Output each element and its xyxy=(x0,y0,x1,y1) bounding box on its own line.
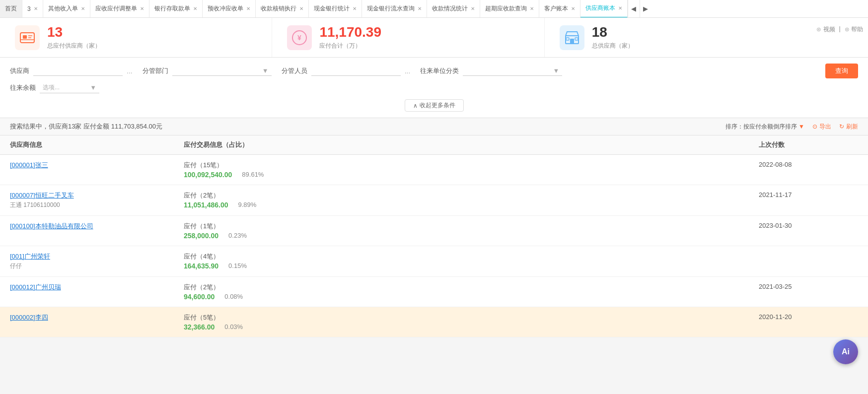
nav-tab-bank-deposit[interactable]: 银行存取款单 ✕ xyxy=(149,0,203,18)
close-icon[interactable]: ✕ xyxy=(618,5,622,11)
transaction-cell-6: 应付（5笔） 32,366.00 0.03% xyxy=(184,313,759,331)
person-label: 分管人员 xyxy=(282,66,307,75)
close-icon[interactable]: ✕ xyxy=(571,6,575,11)
stat-payable-total: ¥ 11,170.39 应付合计（万） xyxy=(272,18,544,57)
trans-amount-row-4: 164,635.90 0.15% xyxy=(184,261,759,270)
supplier-link-5[interactable]: [000012]广州贝瑞 xyxy=(10,283,184,292)
close-icon[interactable]: ✕ xyxy=(193,6,197,11)
sort-text: 排序：按应付余额倒序排序 xyxy=(725,123,797,130)
close-icon[interactable]: ✕ xyxy=(34,6,38,11)
nav-tab-cash-stat-label: 现金银行统计 xyxy=(314,4,350,13)
nav-tab-bank-deposit-label: 银行存取款单 xyxy=(154,4,190,13)
lastpay-cell-3: 2023-01-30 xyxy=(759,222,858,229)
stat2-number: 11,170.39 xyxy=(319,25,381,40)
supplier-link-6[interactable]: [000002]李四 xyxy=(10,313,184,322)
lastpay-cell-5: 2021-03-25 xyxy=(759,283,858,290)
collapse-label: 收起更多条件 xyxy=(420,101,455,110)
table-row: [000100]本特勒油品有限公司 应付（1笔） 258,000.00 0.23… xyxy=(0,216,868,246)
nav-tab-supplier-account[interactable]: 供应商账本 ✕ xyxy=(580,0,628,18)
trans-amount-4: 164,635.90 xyxy=(184,262,218,270)
stat3-label: 总供应商（家） xyxy=(592,42,634,50)
chevron-down-icon: ▼ xyxy=(262,67,269,74)
supplier-link-4[interactable]: [001]广州荣轩 xyxy=(10,252,184,261)
nav-tab-other-income-label: 其他收入单 xyxy=(48,4,78,13)
person-input[interactable] xyxy=(311,66,401,76)
close-icon[interactable]: ✕ xyxy=(471,6,475,11)
table-row: [000007]恒旺二手叉车 王通 17106110000 应付（2笔） 11,… xyxy=(0,185,868,216)
trans-label-3: 应付（1笔） xyxy=(184,222,759,231)
result-summary: 搜索结果中，供应商13家 应付金额 111,703,854.00元 排序：按应付… xyxy=(0,118,868,135)
nav-tab-collection-stat[interactable]: 收款情况统计 ✕ xyxy=(427,0,480,18)
svg-rect-9 xyxy=(566,38,569,40)
balance-select[interactable]: 选项... ▼ xyxy=(40,82,99,93)
trans-amount-row-1: 100,092,540.00 89.61% xyxy=(184,170,759,179)
nav-tab-overdue-label: 超期应收款查询 xyxy=(485,4,527,13)
export-button[interactable]: ⊙ 导出 xyxy=(812,123,831,131)
supplier-cell-5: [000012]广州贝瑞 xyxy=(10,283,184,292)
nav-tab-cash-flow[interactable]: 现金银行流水查询 ✕ xyxy=(362,0,427,18)
supplier-link-3[interactable]: [000100]本特勒油品有限公司 xyxy=(10,222,184,231)
collapse-button[interactable]: ∧ 收起更多条件 xyxy=(405,99,464,112)
nav-tab-overdue[interactable]: 超期应收款查询 ✕ xyxy=(480,0,539,18)
nav-tab-adjustment-label: 应收应付调整单 xyxy=(95,4,137,13)
nav-tab-home[interactable]: 首页 xyxy=(0,0,22,18)
table-row: [000002]李四 应付（5笔） 32,366.00 0.03% 2020-1… xyxy=(0,307,868,337)
nav-tab-3[interactable]: 3 ✕ xyxy=(22,0,43,18)
supplier-cell-4: [001]广州荣轩 仔仔 xyxy=(10,252,184,270)
nav-tab-cash-flow-label: 现金银行流水查询 xyxy=(367,4,415,13)
supplier-dots[interactable]: ... xyxy=(127,67,133,75)
nav-arrow-left[interactable]: ◀ xyxy=(628,0,640,18)
svg-rect-0 xyxy=(20,33,34,43)
help-link[interactable]: ⊙ 帮助 xyxy=(845,25,863,34)
trans-percent-1: 89.61% xyxy=(242,171,264,178)
store-icon xyxy=(560,25,584,50)
nav-tab-collection[interactable]: 收款核销执行 ✕ xyxy=(256,0,309,18)
trans-label-6: 应付（5笔） xyxy=(184,313,759,322)
category-select[interactable]: ▼ xyxy=(463,66,562,76)
supplier-input[interactable] xyxy=(33,66,123,76)
lastpay-cell-6: 2020-11-20 xyxy=(759,313,858,321)
sort-icon[interactable]: ▼ xyxy=(798,123,804,130)
transaction-cell-2: 应付（2笔） 11,051,486.00 9.89% xyxy=(184,191,759,209)
close-icon[interactable]: ✕ xyxy=(246,6,250,11)
supplier-link-2[interactable]: [000007]恒旺二手叉车 xyxy=(10,191,184,200)
close-icon[interactable]: ✕ xyxy=(418,6,422,11)
trans-percent-2: 9.89% xyxy=(238,201,257,208)
table-header: 供应商信息 应付交易信息（占比） 上次付数 xyxy=(0,135,868,155)
close-icon[interactable]: ✕ xyxy=(299,6,303,11)
supplier-cell-6: [000002]李四 xyxy=(10,313,184,322)
trans-amount-row-6: 32,366.00 0.03% xyxy=(184,322,759,331)
supplier-cell-2: [000007]恒旺二手叉车 王通 17106110000 xyxy=(10,191,184,209)
video-link[interactable]: ⊙ 视频 xyxy=(816,25,835,34)
supplier-link-1[interactable]: [000001]张三 xyxy=(10,161,184,170)
nav-tab-other-income[interactable]: 其他收入单 ✕ xyxy=(43,0,90,18)
help-area: ⊙ 视频 | ⊙ 帮助 xyxy=(816,18,868,34)
nav-tab-customer-account[interactable]: 客户账本 ✕ xyxy=(539,0,580,18)
close-icon[interactable]: ✕ xyxy=(140,6,144,11)
nav-arrow-right[interactable]: ▶ xyxy=(640,0,651,18)
transaction-cell-4: 应付（4笔） 164,635.90 0.15% xyxy=(184,252,759,270)
filter-area: 供应商 ... 分管部门 ▼ 分管人员 ... 往来单位分类 ▼ 查询 往来 xyxy=(0,58,868,118)
close-icon[interactable]: ✕ xyxy=(530,6,534,11)
stat2-label: 应付合计（万） xyxy=(319,42,381,50)
trans-amount-6: 32,366.00 xyxy=(184,323,215,331)
close-icon[interactable]: ✕ xyxy=(81,6,85,11)
query-button[interactable]: 查询 xyxy=(825,64,858,78)
nav-tab-advance-label: 预收冲应收单 xyxy=(208,4,243,13)
person-dots[interactable]: ... xyxy=(405,67,411,75)
nav-tab-advance[interactable]: 预收冲应收单 ✕ xyxy=(203,0,256,18)
nav-tab-adjustment[interactable]: 应收应付调整单 ✕ xyxy=(90,0,149,18)
svg-rect-10 xyxy=(575,38,578,40)
close-icon[interactable]: ✕ xyxy=(353,6,357,11)
supplier-cell-3: [000100]本特勒油品有限公司 xyxy=(10,222,184,231)
dept-select[interactable]: ▼ xyxy=(172,66,272,76)
nav-tab-cash-stat[interactable]: 现金银行统计 ✕ xyxy=(309,0,362,18)
filter-row-1: 供应商 ... 分管部门 ▼ 分管人员 ... 往来单位分类 ▼ 查询 xyxy=(10,64,858,78)
trans-amount-row-3: 258,000.00 0.23% xyxy=(184,231,759,240)
refresh-button[interactable]: ↻ 刷新 xyxy=(839,123,858,131)
supplier-sub-2: 王通 17106110000 xyxy=(10,201,184,209)
data-table: 供应商信息 应付交易信息（占比） 上次付数 [000001]张三 应付（15笔）… xyxy=(0,135,868,337)
trans-percent-5: 0.08% xyxy=(224,293,243,300)
stats-row: 13 总应付供应商（家） ¥ 11,170.39 应付合计（万） xyxy=(0,18,868,58)
supplier-cell-1: [000001]张三 xyxy=(10,161,184,170)
